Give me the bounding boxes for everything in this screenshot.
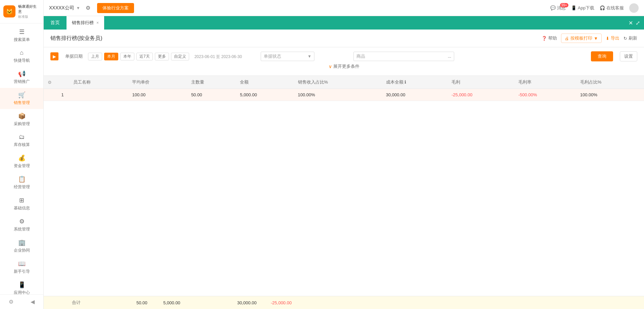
expand-conditions-button[interactable]: ∨ 展开更多条件 — [329, 63, 359, 69]
message-badge: 99+ — [560, 3, 568, 7]
online-service-button[interactable]: 🎧 在线客服 — [600, 5, 624, 11]
online-service-label: 在线客服 — [606, 5, 624, 11]
sales-icon: 🛒 — [18, 91, 26, 99]
company-name: XXXXX公司 — [49, 5, 74, 11]
date-btn-this-month[interactable]: 本月 — [104, 53, 118, 60]
expand-filter-icon[interactable]: ▶ — [50, 52, 58, 60]
col-sales-pct: 销售收入占比% — [294, 76, 382, 89]
query-button[interactable]: 查询 — [591, 51, 613, 61]
sidebar-item-label: 企业协同 — [14, 248, 30, 253]
template-print-button[interactable]: 🖨 按模板打印 ▼ — [561, 34, 602, 43]
sidebar-item-guide[interactable]: 📖 新手引导 — [0, 257, 43, 278]
sidebar-item-finance[interactable]: 💰 资金管理 — [0, 151, 43, 172]
col-amount: 全额 — [236, 76, 294, 89]
date-btn-more[interactable]: 更多 — [155, 53, 169, 60]
status-select[interactable]: 单据状态 ▼ — [261, 52, 314, 61]
row-gross-rate: -500.00% — [514, 89, 576, 101]
col-avg-price: 平均单价 — [128, 76, 187, 89]
sidebar-item-enterprise[interactable]: 🏢 企业协同 — [0, 236, 43, 257]
expand-icon: ∨ — [329, 64, 332, 69]
system-icon: ⚙ — [19, 218, 25, 225]
main-area: XXXXX公司 ▼ ⚙ 体验行业方案 💬 消息 99+ 📱 App下载 🎧 在线… — [44, 0, 644, 309]
user-avatar[interactable] — [629, 3, 639, 13]
col-gross-pct: 毛利占比% — [576, 76, 644, 89]
app-download-button[interactable]: 📱 App下载 — [571, 5, 594, 11]
row-gross: -25,000.00 — [447, 89, 514, 101]
tab-close-icon[interactable]: × — [96, 20, 99, 25]
window-expand-icon[interactable]: ⤢ — [636, 20, 640, 26]
logo-subtitle: 标准版 — [18, 14, 40, 19]
footer-total-label: 合计 — [72, 300, 132, 306]
col-main-qty: 主数量 — [187, 76, 236, 89]
help-button[interactable]: ❓ 帮助 — [542, 35, 557, 41]
message-icon: 💬 — [550, 5, 556, 10]
message-button[interactable]: 💬 消息 99+ — [550, 5, 566, 11]
sidebar-item-basic[interactable]: ⊞ 基础信息 — [0, 193, 43, 214]
date-btn-7days[interactable]: 近7天 — [136, 53, 153, 60]
page-header: 销售排行榜(按业务员) ❓ 帮助 🖨 按模板打印 ▼ ⬇ 导出 ↻ 刷新 — [44, 30, 644, 47]
product-input[interactable]: 商品 ... — [353, 52, 454, 61]
sidebar-item-operation[interactable]: 📋 经营管理 — [0, 172, 43, 193]
expand-label: 展开更多条件 — [333, 63, 359, 69]
tab-home[interactable]: 首页 — [44, 16, 67, 30]
sidebar-item-label: 销售管理 — [14, 100, 30, 106]
status-label: 单据状态 — [264, 53, 281, 59]
app-download-label: App下载 — [578, 5, 594, 11]
logo-title: 畅康通好生意 — [18, 4, 40, 14]
topbar-settings-icon[interactable]: ⚙ — [86, 5, 90, 11]
row-avg-price: 100.00 — [128, 89, 187, 101]
basic-icon: ⊞ — [19, 197, 24, 204]
content-area: 销售排行榜(按业务员) ❓ 帮助 🖨 按模板打印 ▼ ⬇ 导出 ↻ 刷新 — [44, 30, 644, 309]
sidebar-item-quicknav[interactable]: ⌂ 快捷导航 — [0, 46, 43, 67]
tab-window-controls: ✕ ⤢ — [629, 20, 644, 26]
date-btn-this-year[interactable]: 本年 — [120, 53, 134, 60]
footer-cost: 30,000.00 — [233, 300, 267, 305]
bottom-settings-icon[interactable]: ⚙ — [9, 299, 13, 305]
sidebar-item-sales[interactable]: 🛒 销售管理 — [0, 88, 43, 109]
sidebar-nav: ☰ 搜索菜单 ⌂ 快捷导航 📢 营销推广 🛒 销售管理 📦 采购管理 🗂 库存核… — [0, 23, 43, 294]
export-label: 导出 — [611, 35, 619, 41]
col-settings[interactable]: ⚙ — [44, 76, 56, 89]
collapse-sidebar-icon[interactable]: ◀ — [31, 299, 35, 305]
sidebar-item-label: 快捷导航 — [14, 58, 30, 63]
sidebar-item-marketing[interactable]: 📢 营销推广 — [0, 67, 43, 88]
col-rank — [56, 76, 69, 89]
filter-row: ▶ 单据日期 上月 本月 本年 近7天 更多 自定义 2023-06-01 至 … — [50, 51, 637, 61]
row-main-qty: 50.00 — [187, 89, 236, 101]
sidebar-item-system[interactable]: ⚙ 系统管理 — [0, 214, 43, 236]
export-icon: ⬇ — [606, 36, 609, 41]
template-dropdown-icon: ▼ — [594, 36, 598, 41]
help-icon: ❓ — [542, 36, 547, 41]
page-title: 销售排行榜(按业务员) — [50, 35, 102, 42]
date-btn-last-month[interactable]: 上月 — [88, 53, 102, 60]
row-cost: 30,000.00 — [382, 89, 447, 101]
sidebar-item-label: 基础信息 — [14, 205, 30, 211]
company-selector[interactable]: XXXXX公司 ▼ — [49, 5, 80, 11]
logo-icon: 🐱 — [3, 5, 15, 17]
date-buttons: 上月 本月 本年 近7天 更多 自定义 — [88, 53, 189, 60]
sidebar-item-search[interactable]: ☰ 搜索菜单 — [0, 25, 43, 46]
product-more-icon: ... — [448, 54, 451, 59]
table-footer: 合计 50.00 5,000.00 30,000.00 -25,000.00 — [44, 296, 644, 309]
settings-button[interactable]: 设置 — [620, 51, 637, 61]
tab-sales-ranking[interactable]: 销售排行榜 × — [67, 16, 104, 30]
sidebar-item-purchase[interactable]: 📦 采购管理 — [0, 109, 43, 130]
window-close-icon[interactable]: ✕ — [629, 20, 633, 26]
date-range: 2023-06-01 至 2023-06-30 — [195, 54, 242, 60]
col-gross-rate: 毛利率 — [514, 76, 576, 89]
status-dropdown-icon: ▼ — [307, 54, 311, 59]
sidebar-item-apps[interactable]: 📱 应用中心 — [0, 278, 43, 294]
refresh-label: 刷新 — [629, 35, 637, 41]
trial-button[interactable]: 体验行业方案 — [97, 3, 134, 13]
sidebar-item-inventory[interactable]: 🗂 库存核算 — [0, 130, 43, 151]
row-employee — [69, 89, 128, 101]
sidebar-bottom: ⚙ ◀ — [0, 294, 43, 309]
filter-area: ▶ 单据日期 上月 本月 本年 近7天 更多 自定义 2023-06-01 至 … — [44, 47, 644, 76]
product-label: 商品 — [356, 53, 365, 59]
headset-icon: 🎧 — [600, 5, 605, 10]
date-btn-custom[interactable]: 自定义 — [171, 53, 189, 60]
refresh-button[interactable]: ↻ 刷新 — [624, 35, 637, 41]
date-label: 单据日期 — [65, 53, 83, 59]
col-employee: 员工名称 — [69, 76, 128, 89]
export-button[interactable]: ⬇ 导出 — [606, 35, 619, 41]
